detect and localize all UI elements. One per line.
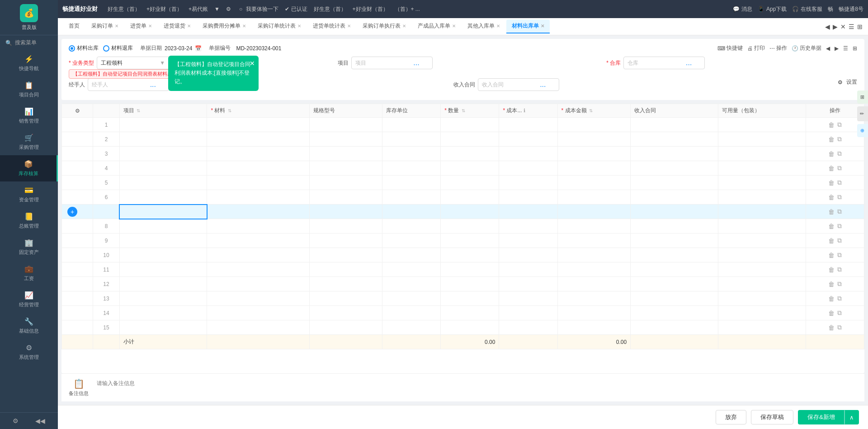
copy-icon[interactable]: ⧉ [837, 295, 842, 302]
save-new-btn[interactable]: 保存&新增 [798, 410, 844, 424]
sidebar-item-basic[interactable]: 🔧 基础信息 [0, 313, 58, 339]
online-service-action[interactable]: 🎧 在线客服 [792, 5, 822, 13]
copy-icon[interactable]: ⧉ [837, 237, 842, 244]
nav-prev[interactable]: ◀ [826, 45, 830, 52]
copy-icon[interactable]: ⧉ [837, 150, 842, 157]
add-row-btn[interactable]: + [67, 207, 77, 217]
tab-close-other-receipt[interactable]: ✕ [496, 24, 500, 29]
top-nav-dropdown[interactable]: ▼ [212, 5, 222, 13]
sidebar-item-operation[interactable]: 📈 经营管理 [0, 286, 58, 313]
col-sort-project[interactable]: ⇅ [137, 108, 140, 113]
print-btn[interactable]: 🖨 打印 [747, 44, 765, 52]
tab-purchase-return[interactable]: 进货退货 ✕ [158, 19, 196, 33]
copy-icon[interactable]: ⧉ [837, 121, 842, 129]
col-project[interactable]: 项目 ⇅ [119, 104, 207, 118]
top-nav-yidaizhang[interactable]: +易代账 [187, 5, 210, 14]
sidebar-item-sales[interactable]: 📊 销售管理 [0, 103, 58, 129]
tab-close-all[interactable]: ✕ [840, 23, 846, 30]
copy-icon[interactable]: ⧉ [837, 309, 842, 317]
project-select[interactable]: 项目 ... [351, 57, 433, 69]
right-panel-btn-3[interactable]: ⊕ [857, 124, 868, 137]
tab-close-purchase-fee[interactable]: ✕ [242, 24, 246, 29]
tab-close-purchase-return[interactable]: ✕ [187, 24, 191, 29]
col-cost-amount[interactable]: * 成本金额 ⇅ [557, 104, 631, 118]
copy-icon[interactable]: ⧉ [837, 135, 842, 143]
row-quantity-1[interactable] [441, 118, 499, 132]
tab-purchase-stats[interactable]: 采购订单统计表 ✕ [252, 19, 307, 33]
tab-close-purchase-exec[interactable]: ✕ [402, 24, 406, 29]
handler-dots-btn[interactable]: ... [150, 81, 156, 89]
settings-icon-right[interactable]: ⚙ [838, 79, 843, 86]
copy-icon[interactable]: ⧉ [837, 193, 842, 201]
top-nav-haoshengyi2[interactable]: 好生意（首） [312, 5, 348, 14]
sidebar-item-shortcuts[interactable]: ⚡ 快捷导航 [0, 50, 58, 76]
top-nav-haoyecai[interactable]: +好业财（首） [145, 5, 184, 14]
row-cost-price-1[interactable] [499, 118, 557, 132]
warehouse-dots-btn[interactable]: ... [686, 59, 692, 67]
right-panel-btn-1[interactable]: ⊞ [857, 91, 868, 104]
sidebar-item-assets[interactable]: 🏢 固定资产 [0, 234, 58, 260]
tab-nav-left[interactable]: ◀ [825, 23, 830, 30]
top-nav-settings[interactable]: ⚙ [224, 5, 233, 13]
col-sort-material[interactable]: ⇅ [228, 108, 231, 113]
delete-icon[interactable]: 🗑 [828, 295, 835, 302]
delete-icon[interactable]: 🗑 [828, 266, 835, 273]
row-unit-1[interactable] [382, 118, 441, 132]
row-active-material-input[interactable] [211, 209, 306, 215]
message-action[interactable]: 💬 消息 [733, 5, 752, 13]
row-material-1[interactable] [207, 118, 309, 132]
tab-view-grid[interactable]: ⊞ [857, 23, 863, 30]
right-panel-btn-2[interactable]: ✏ [857, 106, 868, 121]
col-quantity[interactable]: * 数量 ⇅ [441, 104, 499, 118]
collapse-icon[interactable]: ◀◀ [35, 417, 45, 424]
delete-icon[interactable]: 🗑 [828, 237, 835, 244]
tab-view-list[interactable]: ☰ [849, 23, 854, 30]
income-contract-dots-btn[interactable]: ... [540, 81, 546, 89]
row-project-1[interactable] [119, 118, 207, 132]
top-nav-haoyecai2[interactable]: +好业财（首） [351, 5, 390, 14]
col-cost-price-info[interactable]: ℹ [524, 108, 525, 113]
delete-icon[interactable]: 🗑 [828, 121, 835, 129]
shortcut-key-btn[interactable]: ⌨ 快捷键 [717, 44, 743, 52]
top-nav-more[interactable]: （首）+ ... [393, 5, 422, 14]
sidebar-search[interactable]: 🔍 搜索菜单 [0, 35, 58, 50]
notes-input[interactable] [93, 378, 857, 388]
tab-home[interactable]: 首页 [63, 19, 85, 33]
copy-icon[interactable]: ⧉ [837, 179, 842, 186]
app-download-action[interactable]: 📱 App下载 [758, 5, 787, 13]
delete-icon[interactable]: 🗑 [828, 208, 835, 215]
delete-icon[interactable]: 🗑 [828, 281, 835, 288]
row-spec-1[interactable] [309, 118, 382, 132]
tab-finished-goods[interactable]: 产成品入库单 ✕ [412, 19, 461, 33]
nav-next[interactable]: ▶ [835, 45, 839, 52]
tab-close-purchase-receipt[interactable]: ✕ [148, 24, 152, 29]
row-active-project-input[interactable] [123, 209, 203, 215]
sidebar-item-system[interactable]: ⚙ 系统管理 [0, 339, 58, 365]
row-available-1[interactable] [718, 118, 806, 132]
tab-close-receipt-stats[interactable]: ✕ [347, 24, 351, 29]
top-nav-trial[interactable]: ○ 我要体验一下 [236, 4, 280, 14]
delete-icon[interactable]: 🗑 [828, 310, 835, 317]
calendar-icon[interactable]: 📅 [195, 45, 202, 52]
copy-icon[interactable]: ⧉ [837, 280, 842, 288]
tab-purchase-exec[interactable]: 采购订单执行表 ✕ [357, 19, 411, 33]
copy-icon[interactable]: ⧉ [837, 164, 842, 172]
delete-icon[interactable]: 🗑 [828, 179, 835, 186]
copy-icon[interactable]: ⧉ [837, 324, 842, 331]
table-scroll-container[interactable]: ⚙ 项目 ⇅ * 材料 ⇅ 规格型号 库存单位 * 数量 ⇅ [61, 104, 864, 373]
sidebar-item-inventory[interactable]: 📦 库存核算 [0, 155, 58, 181]
delete-icon[interactable]: 🗑 [828, 165, 835, 172]
save-new-dropdown-btn[interactable]: ∧ [844, 410, 859, 424]
tooltip-close-btn[interactable]: ✕ [250, 58, 255, 68]
row-income-contract-1[interactable] [631, 118, 718, 132]
copy-icon[interactable]: ⧉ [837, 208, 842, 215]
radio-material-return[interactable]: 材料退库 [103, 44, 133, 52]
delete-icon[interactable]: 🗑 [828, 223, 835, 230]
copy-icon[interactable]: ⧉ [837, 222, 842, 230]
sidebar-item-salary[interactable]: 💼 工资 [0, 260, 58, 286]
business-type-select[interactable]: 工程领料 ▼ [97, 57, 178, 69]
top-nav-haoshengyi[interactable]: 好生意（首） [106, 5, 142, 14]
col-material[interactable]: * 材料 ⇅ [207, 104, 309, 118]
date-value[interactable]: 2023-03-24 [165, 45, 192, 52]
col-sort-quantity[interactable]: ⇅ [462, 108, 465, 113]
